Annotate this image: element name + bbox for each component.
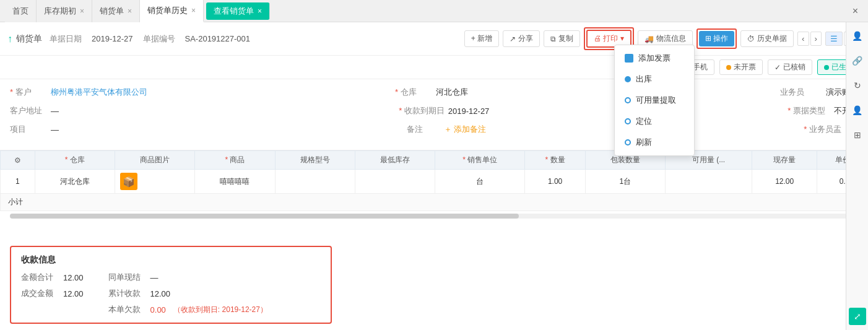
same-order-item: 同单现结 — [108, 272, 267, 283]
plus-icon: ＋ [444, 124, 452, 135]
current-owe-label: 本单欠款 [108, 304, 145, 315]
share-button[interactable]: ↗ 分享 [503, 30, 540, 47]
amount-total-label: 金额合计 [21, 272, 58, 283]
history-button[interactable]: ⏱ 历史单据 [740, 30, 794, 47]
add-note-button[interactable]: ＋ 添加备注 [444, 124, 486, 135]
truck-icon: 🚚 [644, 35, 654, 43]
refresh-item[interactable]: 刷新 [615, 132, 694, 153]
no-value: SA-20191227-001 [185, 34, 251, 43]
table-area: ⚙ 仓库 商品图片 商品 规格型号 最低库存 销售单位 数量 包装数量 可用量 … [0, 150, 868, 240]
sales-staff-label: 业务员盂 [804, 124, 841, 135]
tab-sales-history-close[interactable]: × [191, 6, 196, 15]
tab-inventory-close[interactable]: × [80, 7, 84, 15]
operation-button[interactable]: ⊞ 操作 [699, 31, 734, 46]
sidebar-expand-icon[interactable]: ⤢ [849, 308, 866, 325]
customer-label: 客户 [10, 87, 47, 98]
doc-type-label: 销货单 [16, 33, 42, 45]
no-label: 单据编号 [143, 33, 175, 45]
doc-toolbar: ↑ 销货单 单据日期 2019-12-27 单据编号 SA-20191227-0… [0, 22, 868, 56]
doc-title-section: ↑ 销货单 [7, 33, 42, 45]
prev-button[interactable]: ‹ [797, 32, 809, 46]
tab-sales-history[interactable]: 销货单历史 × [140, 0, 204, 22]
locate-icon [625, 118, 631, 124]
overdue-note: （收款到期日: 2019-12-27） [173, 305, 267, 315]
col-quantity: 数量 [525, 151, 585, 170]
staff-label: 业务员 [780, 87, 817, 98]
row-spec [275, 170, 355, 194]
col-unit: 销售单位 [435, 151, 525, 170]
confirm-button[interactable]: ✓ 已核销 [768, 59, 812, 75]
tab-sales[interactable]: 销货单 × [92, 0, 140, 22]
sidebar-contacts-icon[interactable]: 👤 [849, 27, 866, 45]
sidebar-link-icon[interactable]: 🔗 [849, 52, 866, 69]
sales-order-icon: ↑ [7, 33, 12, 45]
copy-icon: ⧉ [550, 35, 556, 43]
row-current-stock: 12.00 [752, 170, 817, 194]
history-icon: ⏱ [747, 35, 755, 43]
product-image: 📦 [120, 173, 137, 190]
project-value: — [51, 125, 59, 134]
payment-col-right: 同单现结 — 累计收款 12.00 本单欠款 0.00 （收款到期日: 2019… [108, 272, 267, 315]
tab-sales-close[interactable]: × [128, 7, 132, 15]
main-area: ↑ 销货单 单据日期 2019-12-27 单据编号 SA-20191227-0… [0, 22, 868, 330]
sidebar-person-icon[interactable]: 👤 [849, 102, 866, 119]
print-dropdown-arrow[interactable]: ▾ [620, 34, 624, 43]
date-label: 单据日期 [50, 33, 82, 45]
print-icon: 🖨 [594, 34, 601, 43]
locate-item[interactable]: 定位 [615, 111, 694, 132]
col-gear[interactable]: ⚙ [1, 151, 35, 170]
copy-button[interactable]: ⧉ 复制 [544, 30, 580, 47]
transaction-label: 成交金额 [21, 288, 58, 299]
form-row-3: 项目 — 备注 ＋ 添加备注 业务员盂 — [10, 124, 858, 135]
global-close-button[interactable]: × [848, 3, 863, 19]
tab-view-sales[interactable]: 查看销货单 × [206, 2, 270, 20]
table-scroll[interactable]: ⚙ 仓库 商品图片 商品 规格型号 最低库存 销售单位 数量 包装数量 可用量 … [0, 150, 868, 211]
status-bar: 📱 来自手机 未开票 ✓ 已核销 已生效 [0, 56, 868, 79]
row-unit: 台 [435, 170, 525, 194]
tab-home[interactable]: 首页 [5, 0, 37, 22]
table-row: 1 河北仓库 📦 嘻嘻嘻嘻 台 1.00 1台 12.00 0. [1, 170, 868, 194]
list-view-button[interactable]: ☰ [825, 32, 843, 46]
row-available [666, 170, 752, 194]
tab-inventory[interactable]: 库存期初 × [37, 0, 92, 22]
sidebar-rotate-icon[interactable]: ↻ [849, 77, 866, 94]
row-image: 📦 [115, 170, 194, 194]
available-qty-item[interactable]: 可用量提取 [615, 90, 694, 111]
same-order-value: — [150, 273, 158, 282]
subtotal-row: 小计 [1, 194, 868, 211]
col-current-stock: 现存量 [752, 151, 817, 170]
project-field: 项目 — [10, 124, 407, 135]
tab-view-sales-close[interactable]: × [258, 7, 262, 15]
scroll-thumb[interactable] [10, 214, 519, 219]
add-invoice-icon [625, 54, 633, 63]
date-value: 2019-12-27 [92, 34, 133, 43]
col-image: 商品图片 [115, 151, 194, 170]
next-button[interactable]: › [810, 32, 822, 46]
gear-icon[interactable]: ⚙ [14, 156, 21, 165]
warehouse-field: 仓库 河北仓库 [395, 87, 780, 98]
share-icon: ↗ [510, 35, 516, 43]
row-product: 嘻嘻嘻嘻 [195, 170, 275, 194]
col-warehouse: 仓库 [35, 151, 115, 170]
ticket-type-label: 票据类型 [788, 105, 825, 116]
form-area: 客户 柳州粤港平安气体有限公司 仓库 河北仓库 业务员 演示账号 客户地址 — … [0, 79, 868, 150]
sidebar-layers-icon[interactable]: ⊞ [849, 126, 866, 144]
horizontal-scrollbar[interactable] [10, 214, 858, 219]
new-button[interactable]: + 新增 [464, 30, 499, 47]
accumulated-value: 12.00 [150, 289, 171, 298]
doc-meta: 单据日期 2019-12-27 单据编号 SA-20191227-001 [50, 33, 250, 45]
add-invoice-item[interactable]: 添加发票 [615, 48, 694, 69]
grid-icon: ⊞ [705, 34, 711, 43]
accumulated-label: 累计收款 [108, 288, 145, 299]
row-pack-qty: 1台 [585, 170, 665, 194]
not-open-button[interactable]: 未开票 [719, 59, 763, 75]
not-open-dot [726, 65, 731, 70]
customer-value[interactable]: 柳州粤港平安气体有限公司 [51, 87, 147, 98]
check-icon: ✓ [775, 63, 781, 72]
col-product: 商品 [195, 151, 275, 170]
row-min-stock [355, 170, 435, 194]
nav-arrows: ‹ › [797, 32, 822, 46]
project-label: 项目 [10, 124, 47, 135]
row-warehouse: 河北仓库 [35, 170, 115, 194]
outbound-item[interactable]: 出库 [615, 69, 694, 90]
